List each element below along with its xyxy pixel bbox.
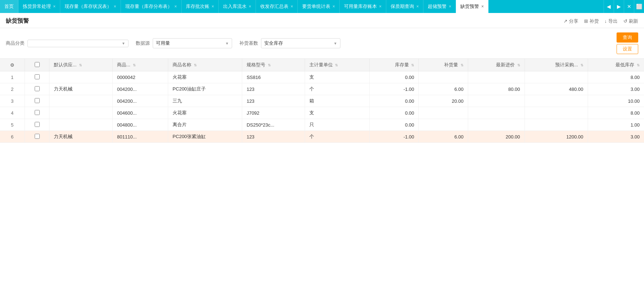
col-select-all[interactable]	[25, 59, 49, 71]
col-replenish-header[interactable]: 补货量 ⇅	[419, 59, 468, 71]
row-supplier-3	[49, 107, 113, 119]
tab-receive-summary[interactable]: 收发存汇总表 ×	[256, 0, 298, 13]
row-checkbox-3[interactable]	[25, 107, 49, 119]
row-check-input-5[interactable]	[35, 134, 40, 139]
close-tab-inout-flow[interactable]: ×	[249, 4, 251, 9]
refresh-label: 刷新	[629, 18, 638, 25]
row-checkbox-0[interactable]	[25, 71, 49, 83]
nav-close-all-btn[interactable]: ✕	[624, 0, 634, 13]
row-check-input-3[interactable]	[35, 110, 40, 115]
table-row: 2 力天机械 004200... PC200油缸庄子 123 个 -1.00 6…	[0, 83, 644, 95]
col-est-purchase-header[interactable]: 预计采购... ⇅	[525, 59, 588, 71]
query-button[interactable]: 查询	[617, 32, 638, 43]
col-supplier-label: 默认供应...	[54, 62, 77, 67]
close-tab-stock-dist[interactable]: ×	[174, 4, 177, 9]
tab-available-ledger[interactable]: 可用量库存账本 ×	[340, 0, 386, 13]
row-est-purchase-1: 480.00	[525, 83, 588, 95]
select-all-checkbox[interactable]	[35, 62, 40, 67]
nav-maximize-btn[interactable]: ⬜	[634, 0, 644, 13]
tab-inout-flow[interactable]: 出入库流水 ×	[219, 0, 256, 13]
row-supplier-5: 力天机械	[49, 131, 113, 143]
category-select[interactable]: ▼	[27, 40, 129, 47]
row-check-input-4[interactable]	[35, 122, 40, 127]
close-tab-receive-summary[interactable]: ×	[291, 4, 293, 9]
row-product-name-1: PC200油缸庄子	[168, 83, 242, 95]
col-unit-label: 主计量单位	[309, 62, 333, 67]
close-tab-expiry-query[interactable]: ×	[416, 4, 419, 9]
row-checkbox-4[interactable]	[25, 119, 49, 131]
tab-stock-status-label: 现存量（库存状况表）	[65, 3, 112, 10]
col-spec-label: 规格型号	[247, 62, 265, 67]
tab-batch-account[interactable]: 库存批次账 ×	[182, 0, 219, 13]
row-check-input-1[interactable]	[35, 86, 40, 91]
col-spec-header[interactable]: 规格型号 ⇅	[242, 59, 305, 71]
datasource-chevron-down-icon: ▼	[225, 41, 229, 45]
row-est-purchase-0	[525, 71, 588, 83]
table-row: 3 004200... 三九 123 箱 0.00 20.00 10.00	[0, 95, 644, 107]
close-tab-demand-stat[interactable]: ×	[332, 4, 335, 9]
replenish-action[interactable]: ⊞ 补货	[584, 18, 599, 25]
col-latest-price-header[interactable]: 最新进价 ⇅	[468, 59, 525, 71]
replenish-sort-icon: ⇅	[461, 63, 464, 67]
settings-button[interactable]: 设置	[617, 44, 638, 54]
datasource-select[interactable]: 可用量 ▼	[153, 38, 232, 48]
row-replenish-0	[419, 71, 468, 83]
tab-inout-flow-label: 出入库流水	[223, 3, 247, 10]
row-check-input-0[interactable]	[35, 74, 40, 79]
share-label: 分享	[569, 18, 578, 25]
row-checkbox-2[interactable]	[25, 95, 49, 107]
tab-shortage[interactable]: 缺货预警 ×	[456, 0, 488, 13]
row-min-stock-3: 8.00	[588, 107, 644, 119]
datasource-filter: 数据源 可用量 ▼	[136, 38, 232, 48]
nav-left-btn[interactable]: ◀	[604, 0, 614, 13]
col-stock-header[interactable]: 库存量 ⇅	[369, 59, 419, 71]
tab-stock-status[interactable]: 现存量（库存状况表） ×	[60, 0, 121, 13]
col-supplier-header[interactable]: 默认供应... ⇅	[49, 59, 113, 71]
row-unit-4: 只	[305, 119, 369, 131]
row-product-name-4: 离合片	[168, 119, 242, 131]
row-check-input-2[interactable]	[35, 98, 40, 103]
tab-expiry-query[interactable]: 保质期查询 ×	[386, 0, 423, 13]
close-tab-batch-account[interactable]: ×	[212, 4, 214, 9]
close-tab-abnormal[interactable]: ×	[53, 4, 56, 9]
replenish-base-select[interactable]: 安全库存 ▼	[261, 38, 340, 48]
row-latest-price-3	[468, 107, 525, 119]
nav-right-btn[interactable]: ▶	[614, 0, 624, 13]
close-tab-overstock[interactable]: ×	[449, 4, 451, 9]
col-unit-header[interactable]: 主计量单位 ⇅	[305, 59, 369, 71]
row-checkbox-5[interactable]	[25, 131, 49, 143]
row-stock-3: 0.00	[369, 107, 419, 119]
row-product-name-0: 火花塞	[168, 71, 242, 83]
share-icon: ↗	[564, 18, 567, 24]
row-min-stock-5: 3.00	[588, 131, 644, 143]
row-product-code-1: 004200...	[113, 83, 168, 95]
tab-stock-dist[interactable]: 现存量（库存分布表） ×	[121, 0, 182, 13]
tab-demand-stat[interactable]: 要货单统计表 ×	[298, 0, 340, 13]
spec-sort-icon: ⇅	[268, 63, 271, 67]
row-unit-0: 支	[305, 71, 369, 83]
refresh-action[interactable]: ↺ 刷新	[623, 18, 638, 25]
tab-abnormal[interactable]: 拣货异常处理 ×	[18, 0, 60, 13]
product-name-sort-icon: ⇅	[194, 63, 197, 67]
row-latest-price-5: 200.00	[468, 131, 525, 143]
row-supplier-4	[49, 119, 113, 131]
row-num-3: 4	[0, 107, 25, 119]
col-product-code-header[interactable]: 商品... ⇅	[113, 59, 168, 71]
close-tab-available-ledger[interactable]: ×	[379, 4, 382, 9]
col-stock-label: 库存量	[395, 62, 409, 67]
datasource-filter-label: 数据源	[136, 40, 150, 47]
row-product-code-2: 004200...	[113, 95, 168, 107]
tab-home[interactable]: 首页	[0, 0, 18, 13]
row-latest-price-4	[468, 119, 525, 131]
col-product-name-header[interactable]: 商品名称 ⇅	[168, 59, 242, 71]
close-tab-stock-status[interactable]: ×	[114, 4, 116, 9]
tab-overstock[interactable]: 超储预警 ×	[423, 0, 456, 13]
table-body: 1 0000042 火花塞 SS816 支 0.00 8.00 2 力天机械 0…	[0, 71, 644, 143]
export-label: 导出	[608, 18, 618, 25]
col-settings[interactable]: ⚙	[0, 59, 25, 71]
close-tab-shortage[interactable]: ×	[481, 4, 484, 9]
share-action[interactable]: ↗ 分享	[564, 18, 578, 25]
export-action[interactable]: ↓ 导出	[605, 18, 618, 25]
row-checkbox-1[interactable]	[25, 83, 49, 95]
col-min-stock-header[interactable]: 最低库存 ⇅	[588, 59, 644, 71]
